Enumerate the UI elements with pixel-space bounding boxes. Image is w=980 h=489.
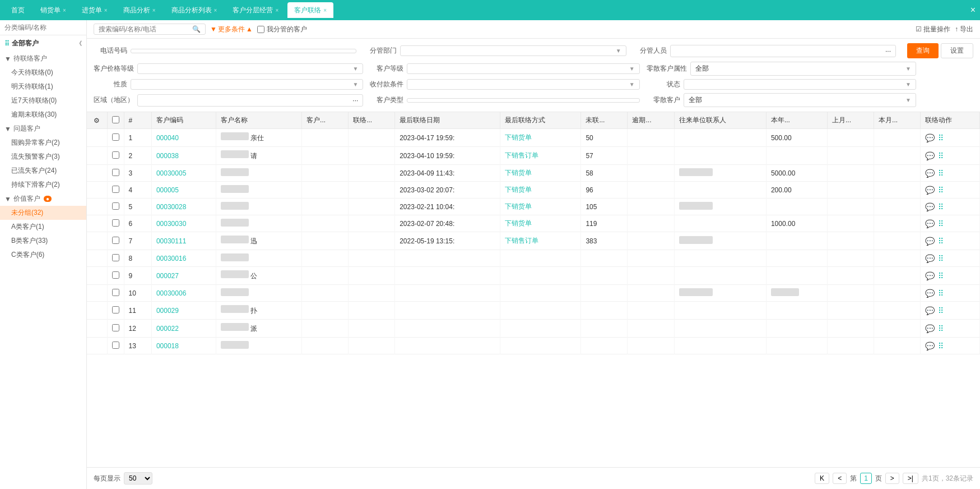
row-customer-code[interactable]: 00030005	[151, 165, 216, 182]
filter-payment-select[interactable]: ▼	[407, 79, 639, 90]
close-product-analysis-list-tab-icon[interactable]: ×	[214, 7, 217, 13]
close-customer-segment-tab-icon[interactable]: ×	[275, 7, 278, 13]
row-checkbox[interactable]	[112, 202, 119, 210]
contact-chat-icon[interactable]: 💬	[925, 324, 935, 333]
tab-customer-contact[interactable]: 客户联络 ×	[287, 2, 333, 18]
sidebar-group-value-customers[interactable]: ▼ 价值客户 ●	[0, 192, 86, 206]
row-customer-code[interactable]: 000027	[151, 267, 216, 285]
col-customer-type[interactable]: 客户...	[302, 112, 349, 129]
contact-chat-icon[interactable]: 💬	[925, 169, 935, 178]
contact-chat-icon[interactable]: 💬	[925, 342, 935, 350]
contact-more-icon[interactable]: ⠿	[938, 271, 944, 280]
contact-chat-icon[interactable]: 💬	[925, 289, 935, 298]
contact-more-icon[interactable]: ⠿	[938, 254, 944, 263]
row-customer-code[interactable]: 00030111	[151, 232, 216, 250]
last-page-button[interactable]: >|	[903, 473, 918, 484]
sidebar-item-hoarding-anomaly[interactable]: 囤购异常客户(2)	[0, 136, 86, 150]
row-customer-code[interactable]: 000022	[151, 320, 216, 338]
last-method-link[interactable]: 下销货单	[505, 169, 532, 177]
contact-chat-icon[interactable]: 💬	[925, 202, 935, 211]
next-page-button[interactable]: >	[885, 473, 899, 484]
close-sales-tab-icon[interactable]: ×	[63, 7, 66, 13]
row-customer-code[interactable]: 000005	[151, 182, 216, 199]
tab-product-analysis-list[interactable]: 商品分析列表 ×	[165, 2, 224, 18]
sidebar-item-type-b[interactable]: B类客户(33)	[0, 234, 86, 248]
row-last-method[interactable]: 下销货单	[500, 129, 581, 147]
row-checkbox[interactable]	[112, 342, 119, 349]
row-customer-code[interactable]: 00030006	[151, 285, 216, 302]
col-company-contact[interactable]: 往来单位联系人	[674, 112, 766, 129]
contact-more-icon[interactable]: ⠿	[938, 186, 944, 195]
prev-page-button[interactable]: <	[833, 473, 847, 484]
row-last-method[interactable]: 下销货单	[500, 215, 581, 232]
last-method-link[interactable]: 下销售订单	[505, 237, 538, 245]
filter-nature-select[interactable]: ▼	[131, 79, 363, 90]
row-customer-code[interactable]: 000040	[151, 129, 216, 147]
row-checkbox[interactable]	[112, 169, 119, 176]
sidebar-item-churned[interactable]: 已流失客户(24)	[0, 164, 86, 178]
close-all-tabs-button[interactable]: ×	[970, 5, 976, 15]
last-method-link[interactable]: 下销售订单	[505, 151, 538, 159]
contact-chat-icon[interactable]: 💬	[925, 254, 935, 263]
contact-more-icon[interactable]: ⠿	[938, 342, 944, 350]
sidebar-search-input[interactable]	[4, 24, 87, 31]
col-last-contact-method[interactable]: 最后联络方式	[500, 112, 581, 129]
filter-region-select[interactable]: ···	[137, 94, 363, 107]
filter-retail-customer-select[interactable]: 全部 ▼	[684, 93, 916, 107]
row-checkbox[interactable]	[112, 237, 119, 244]
row-checkbox[interactable]	[112, 133, 119, 141]
my-customers-checkbox[interactable]	[257, 26, 264, 33]
contact-more-icon[interactable]: ⠿	[938, 306, 944, 315]
filter-status-select[interactable]: ▼	[684, 79, 916, 90]
sidebar-item-tomorrow-contact[interactable]: 明天待联络(1)	[0, 80, 86, 94]
last-method-link[interactable]: 下销货单	[505, 186, 532, 193]
col-this-year[interactable]: 本年...	[766, 112, 827, 129]
filter-person-select[interactable]: ···	[670, 45, 896, 57]
contact-chat-icon[interactable]: 💬	[925, 186, 935, 195]
last-method-link[interactable]: 下销货单	[505, 202, 532, 210]
sidebar-item-type-a[interactable]: A类客户(1)	[0, 220, 86, 234]
row-last-method[interactable]: 下销货单	[500, 165, 581, 182]
tab-home[interactable]: 首页	[4, 2, 31, 18]
col-last-month[interactable]: 上月...	[828, 112, 874, 129]
contact-more-icon[interactable]: ⠿	[938, 133, 944, 142]
col-customer-code[interactable]: 客户编码	[151, 112, 216, 129]
row-checkbox[interactable]	[112, 186, 119, 193]
sidebar-item-ungrouped[interactable]: 未分组(32)	[0, 206, 86, 220]
all-customers-header[interactable]: ⠿ 全部客户 《	[0, 35, 86, 52]
sidebar-group-problem-customers[interactable]: ▼ 问题客户	[0, 122, 86, 136]
row-last-method[interactable]: 下销售订单	[500, 232, 581, 250]
contact-more-icon[interactable]: ⠿	[938, 151, 944, 160]
batch-operations-button[interactable]: ☑ 批量操作	[916, 25, 950, 34]
col-contact[interactable]: 联络...	[349, 112, 395, 129]
contact-chat-icon[interactable]: 💬	[925, 306, 935, 315]
row-last-method[interactable]: 下销货单	[500, 199, 581, 215]
row-customer-code[interactable]: 00030030	[151, 215, 216, 232]
tab-customer-segment[interactable]: 客户分层经营 ×	[226, 2, 285, 18]
collapse-sidebar-button[interactable]: 《	[76, 40, 82, 48]
sidebar-item-declining[interactable]: 持续下滑客户(2)	[0, 178, 86, 192]
last-method-link[interactable]: 下销货单	[505, 219, 532, 227]
page-size-select[interactable]: 50 100 200	[124, 472, 152, 485]
select-all-checkbox[interactable]	[112, 116, 119, 123]
export-button[interactable]: ↑ 导出	[955, 25, 973, 34]
reset-button[interactable]: 设置	[941, 43, 973, 58]
tab-purchase[interactable]: 进货单 ×	[75, 2, 114, 18]
first-page-button[interactable]: K	[815, 473, 829, 484]
row-checkbox[interactable]	[112, 289, 119, 296]
sidebar-item-type-c[interactable]: C类客户(6)	[0, 248, 86, 262]
row-customer-code[interactable]: 00030028	[151, 199, 216, 215]
query-button[interactable]: 查询	[907, 43, 939, 58]
tab-sales[interactable]: 销货单 ×	[34, 2, 73, 18]
contact-more-icon[interactable]: ⠿	[938, 324, 944, 333]
close-purchase-tab-icon[interactable]: ×	[104, 7, 108, 13]
sidebar-item-overdue-contact[interactable]: 逾期未联络(30)	[0, 108, 86, 122]
row-checkbox[interactable]	[112, 219, 119, 227]
col-settings[interactable]: ⚙	[87, 112, 107, 129]
row-customer-code[interactable]: 000038	[151, 147, 216, 165]
contact-more-icon[interactable]: ⠿	[938, 289, 944, 298]
row-last-method[interactable]: 下销售订单	[500, 147, 581, 165]
more-conditions-button[interactable]: ▼ 更多条件 ▲	[210, 25, 253, 34]
filter-phone-input[interactable]	[131, 49, 356, 53]
col-checkbox[interactable]	[107, 112, 124, 129]
